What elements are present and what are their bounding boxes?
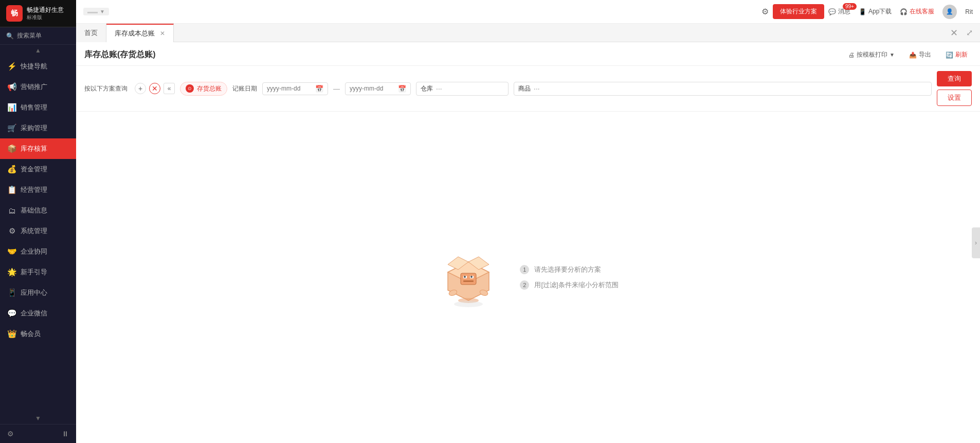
sidebar-item-wechat[interactable]: 💬 企业微信: [0, 303, 76, 324]
panel-expand-button[interactable]: ⤢: [964, 28, 975, 38]
search-icon: 🔍: [6, 32, 14, 40]
member-icon: 👑: [7, 329, 16, 339]
sidebar-item-newbie[interactable]: 🌟 新手引导: [0, 262, 76, 282]
sidebar-scroll-down[interactable]: ▼: [0, 413, 76, 424]
scheme-icon: ⊙: [186, 84, 194, 93]
search-menu-button[interactable]: 🔍 搜索菜单: [6, 31, 70, 40]
filter-scheme-selector[interactable]: ⊙ 存货总账: [180, 82, 227, 96]
empty-tips: 1 请先选择要分析的方案 2 用[过滤]条件来缩小分析范围: [520, 265, 618, 290]
message-badge: 99+: [843, 3, 857, 10]
app-download-button[interactable]: 📱 App下载: [859, 7, 892, 16]
filter-right-buttons: 查询 设置: [937, 71, 972, 106]
sidebar-item-system[interactable]: ⚙ 系统管理: [0, 221, 76, 241]
tip-text-2: 用[过滤]条件来缩小分析范围: [534, 280, 618, 290]
print-button[interactable]: 🖨 按模板打印 ▼: [844, 48, 899, 61]
export-button[interactable]: 📤 导出: [905, 48, 935, 61]
tip-num-1: 1: [520, 265, 529, 274]
wechat-icon: 💬: [7, 309, 16, 318]
system-icon: ⚙: [7, 226, 16, 236]
breadcrumb: ▬▬ ▼: [83, 8, 755, 15]
svg-point-8: [470, 276, 473, 278]
settings-button[interactable]: 设置: [937, 90, 972, 106]
sidebar-item-marketing[interactable]: 📢 营销推广: [0, 77, 76, 97]
query-button[interactable]: 查询: [937, 71, 972, 86]
tab-home[interactable]: 首页: [76, 24, 106, 42]
warehouse-label: 仓库: [421, 84, 433, 93]
goods-label: 商品: [518, 84, 531, 93]
page-header: 库存总账(存货总账) 🖨 按模板打印 ▼ 📤 导出 🔄 刷新: [76, 42, 980, 66]
svg-point-13: [454, 301, 483, 307]
tab-close-icon[interactable]: ✕: [160, 30, 165, 37]
sidebar-scroll-up[interactable]: ▲: [0, 45, 76, 56]
sidebar: 畅 畅捷通好生意 标准版 🔍 搜索菜单 ▲ ⚡ 快捷导航 📢 营销推广 📊 销售…: [0, 0, 76, 443]
refresh-icon: 🔄: [946, 51, 953, 59]
shortcut-icon: ⚡: [7, 62, 16, 71]
headset-icon: 🎧: [900, 8, 908, 15]
panel-close-button[interactable]: ✕: [948, 27, 960, 39]
date-to-input[interactable]: [350, 85, 395, 92]
industry-btn[interactable]: 体验行业方案: [773, 4, 824, 19]
sidebar-item-shortcut[interactable]: ⚡ 快捷导航: [0, 56, 76, 77]
chevron-down-icon: ▼: [100, 9, 105, 14]
content-area: 库存总账(存货总账) 🖨 按模板打印 ▼ 📤 导出 🔄 刷新 按以下方案查: [76, 42, 980, 443]
sidebar-item-operation[interactable]: 📋 经营管理: [0, 180, 76, 200]
tabs-bar: 首页 库存成本总账 ✕ ✕ ⤢: [76, 24, 980, 42]
sidebar-item-member[interactable]: 👑 畅会员: [0, 324, 76, 344]
audio-icon[interactable]: ⏸: [62, 430, 69, 438]
print-dropdown-icon: ▼: [890, 52, 895, 58]
sidebar-item-apps[interactable]: 📱 应用中心: [0, 282, 76, 303]
filter-actions: + ✕ «: [135, 83, 175, 94]
filter-remove-button[interactable]: ✕: [149, 83, 160, 94]
sidebar-item-purchase[interactable]: 🛒 采购管理: [0, 118, 76, 138]
logo-text: 畅捷通好生意 标准版: [27, 6, 64, 21]
filter-bar: 按以下方案查询 + ✕ « ⊙ 存货总账 记账日期 📅 — 📅: [76, 66, 980, 112]
calendar-to-icon[interactable]: 📅: [398, 85, 406, 93]
page-title: 库存总账(存货总账): [84, 49, 156, 60]
message-button[interactable]: 💬 消息 99+: [828, 7, 850, 16]
filter-add-button[interactable]: +: [135, 83, 146, 94]
user-avatar: 👤: [942, 5, 957, 19]
refresh-button[interactable]: 🔄 刷新: [941, 48, 972, 61]
print-icon: 🖨: [848, 51, 855, 59]
filter-collapse-button[interactable]: «: [164, 83, 175, 94]
page-actions: 🖨 按模板打印 ▼ 📤 导出 🔄 刷新: [844, 48, 972, 61]
warehouse-field[interactable]: 仓库 ···: [416, 82, 509, 96]
message-icon: 💬: [828, 8, 836, 15]
date-range-to: 📅: [345, 82, 411, 95]
tab-inventory-ledger[interactable]: 库存成本总账 ✕: [106, 24, 174, 42]
warehouse-more-button[interactable]: ···: [435, 84, 443, 93]
sidebar-item-inventory[interactable]: 📦 库存核算: [0, 138, 76, 159]
sidebar-search[interactable]: 🔍 搜索菜单: [0, 27, 76, 45]
tip-item-1: 1 请先选择要分析的方案: [520, 265, 618, 274]
logo-icon: 畅: [6, 5, 23, 22]
online-service-button[interactable]: 🎧 在线客服: [900, 7, 934, 16]
sidebar-item-enterprise[interactable]: 🤝 企业协同: [0, 241, 76, 262]
calendar-from-icon[interactable]: 📅: [315, 85, 323, 93]
goods-more-button[interactable]: ···: [533, 84, 541, 93]
tip-item-2: 2 用[过滤]条件来缩小分析范围: [520, 280, 618, 290]
tip-num-2: 2: [520, 280, 529, 290]
app-logo: 畅 畅捷通好生意 标准版: [0, 0, 76, 27]
svg-rect-9: [463, 280, 474, 282]
scheme-label: 存货总账: [197, 84, 222, 93]
sales-icon: 📊: [7, 103, 16, 112]
phone-icon: 📱: [859, 8, 866, 15]
topbar-settings-icon[interactable]: ⚙: [761, 7, 769, 16]
date-from-input[interactable]: [267, 85, 312, 92]
sidebar-item-finance[interactable]: 💰 资金管理: [0, 159, 76, 180]
settings-bottom-icon[interactable]: ⚙: [7, 430, 14, 438]
sidebar-item-basic[interactable]: 🗂 基础信息: [0, 200, 76, 221]
user-name: Rit: [965, 8, 973, 15]
main-area: ▬▬ ▼ ⚙ 体验行业方案 💬 消息 99+ 📱 App下载 🎧 在线客服 👤: [76, 0, 980, 443]
right-collapse-button[interactable]: ›: [972, 227, 980, 258]
empty-illustration: [438, 246, 499, 308]
operation-icon: 📋: [7, 185, 16, 194]
sidebar-item-sales[interactable]: 📊 销售管理: [0, 97, 76, 118]
basic-icon: 🗂: [7, 206, 16, 215]
empty-state: 1 请先选择要分析的方案 2 用[过滤]条件来缩小分析范围: [76, 112, 980, 443]
date-range: 📅: [262, 82, 328, 95]
purchase-icon: 🛒: [7, 123, 16, 133]
sidebar-bottom: ⚙ ⏸: [0, 424, 76, 443]
breadcrumb-dropdown[interactable]: ▬▬ ▼: [83, 8, 109, 15]
goods-field[interactable]: 商品 ···: [514, 82, 932, 96]
